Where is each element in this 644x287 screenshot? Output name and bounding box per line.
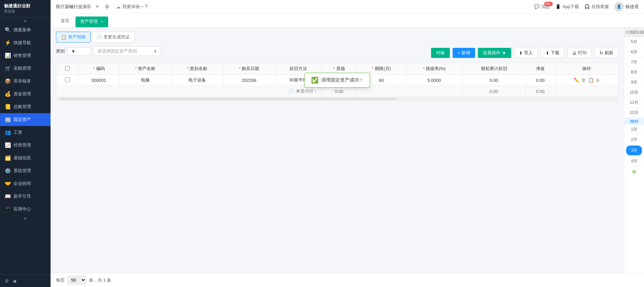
sidebar-item-purchase[interactable]: 🛒 采购管理 xyxy=(0,62,51,75)
col-category-label: 类别名称 xyxy=(187,66,208,71)
header-settings-icon[interactable]: ⚙ xyxy=(105,4,109,10)
edit-icon[interactable]: ✏️ xyxy=(574,77,579,83)
success-toast: ✅ 清理固定资产成功！ xyxy=(305,73,370,88)
horizontal-scrollbar[interactable] xyxy=(56,97,618,101)
app-download-action[interactable]: 📱 App下载 xyxy=(555,4,579,10)
new-label: + 新增 xyxy=(458,50,470,56)
username-label: 畅捷通 xyxy=(625,4,639,10)
table-container: 编码 资产名称 类别名称 购买日期 折旧方法 原值 期限(月) 残值率(%) 期… xyxy=(56,63,618,97)
calendar-month-4[interactable]: 4月 xyxy=(624,156,644,166)
import-button[interactable]: ⬆ 导入 xyxy=(514,48,538,58)
calendar-month-2[interactable]: 2月 xyxy=(624,135,644,145)
sidebar-item-fixed-assets[interactable]: 🏢 固定资产 xyxy=(0,113,51,126)
sidebar-item-ledger[interactable]: 📒 总账管理 xyxy=(0,100,51,113)
per-page-label: 每页 xyxy=(56,277,65,283)
sidebar-item-operations[interactable]: 📈 经营管理 xyxy=(0,139,51,152)
ledger-icon: 📒 xyxy=(5,104,11,110)
calendar-down-arrow[interactable]: ⊕ xyxy=(624,166,644,177)
online-service-action[interactable]: 🎧 在线客服 xyxy=(584,4,609,10)
sub-tab-asset-detail-label: 资产明细 xyxy=(68,34,86,40)
per-page-select[interactable]: 50 100 200 xyxy=(67,276,86,284)
sidebar-item-enterprise[interactable]: 🤝 企业协同 xyxy=(0,177,51,190)
calendar-month-11[interactable]: 11月 xyxy=(624,98,644,108)
calendar-month-12[interactable]: 12月 xyxy=(624,108,644,118)
calendar-month-10[interactable]: 10月 xyxy=(624,88,644,98)
header-right: 💬 消息 99+ 📱 App下载 🎧 在线客服 👤 畅捷通 xyxy=(534,2,639,11)
sidebar-label-basic-info: 基础信息 xyxy=(13,155,31,161)
refresh-button[interactable]: ↻ 刷新 xyxy=(594,48,618,58)
sidebar-item-search[interactable]: 🔍 搜索菜单 xyxy=(0,24,51,36)
sidebar-item-capital[interactable]: 💰 资金管理 xyxy=(0,88,51,100)
sidebar-item-app-center[interactable]: 📱 应用中心 xyxy=(0,203,51,216)
batch-button[interactable]: 批量操作 ▼ xyxy=(478,48,511,58)
tab-home[interactable]: 首页 xyxy=(56,15,74,27)
sidebar-item-inventory[interactable]: 📦 库存核算 xyxy=(0,75,51,88)
filter-row: 类别 ▼ 请选择固定资产类别 ▼ xyxy=(56,46,161,56)
collapse-icon[interactable]: ◀ xyxy=(12,278,16,284)
reconcile-label: 对账 xyxy=(436,50,445,56)
sidebar-label-guide: 新手引导 xyxy=(13,193,31,199)
category-select-display[interactable]: ▼ xyxy=(67,47,91,56)
sidebar-scroll-down[interactable]: ▼ xyxy=(0,216,51,222)
calendar-scroll-down-icon: ⊕ xyxy=(632,169,636,174)
company-dropdown-icon[interactable]: ▼ xyxy=(95,4,99,9)
subtotal-label: 本页小计： xyxy=(296,89,318,94)
col-original-value-label: 原值 xyxy=(333,66,345,71)
row-category: 电子设备 xyxy=(171,75,223,86)
new-button[interactable]: + 新增 xyxy=(453,48,475,58)
right-panel-close-icon[interactable]: ✕ xyxy=(625,30,629,35)
sidebar-item-quick-nav[interactable]: ⚡ 快捷导航 xyxy=(0,36,51,49)
calendar-month-8[interactable]: 8月 xyxy=(624,67,644,77)
calendar-month-1[interactable]: 1月 xyxy=(624,125,644,135)
action-icons: ✏️ 🗑 📋 ⊕ xyxy=(559,77,615,83)
capital-icon: 💰 xyxy=(5,91,11,97)
sidebar-item-basic-info[interactable]: 🗂️ 基础信息 xyxy=(0,152,51,164)
sub-tab-change-voucher[interactable]: 📄 变更生成凭证 xyxy=(91,32,135,42)
more-icon[interactable]: ⊕ xyxy=(596,77,600,83)
sidebar-item-guide[interactable]: 📖 新手引导 xyxy=(0,190,51,203)
sidebar-item-sales[interactable]: 📊 销售管理 xyxy=(0,49,51,62)
message-action[interactable]: 💬 消息 99+ xyxy=(534,4,550,10)
user-avatar: 👤 xyxy=(614,2,624,11)
calendar-month-9[interactable]: 9月 xyxy=(624,77,644,88)
content-area: 📋 资产明细 📄 变更生成凭证 类别 ▼ 请选择固定资产类别 xyxy=(51,28,644,273)
row-initial-accumulated: 0.00 xyxy=(462,75,525,86)
right-panel: ✕ 2023.03 ⤢ 5月 6月 7月 8月 9月 10月 11月 12月 2… xyxy=(624,28,644,273)
batch-label: 批量操作 xyxy=(483,50,500,56)
download-button[interactable]: ⬇ 下载 xyxy=(541,48,564,58)
calendar-month-7[interactable]: 7月 xyxy=(624,57,644,67)
sidebar-label-inventory: 库存核算 xyxy=(13,78,31,84)
reconcile-button[interactable]: 对账 xyxy=(431,48,450,58)
print-button[interactable]: 🖨 打印 xyxy=(567,48,592,58)
sidebar: 畅捷通好业财 普及版 ▲ 🔍 搜索菜单 ⚡ 快捷导航 📊 销售管理 🛒 采购管理… xyxy=(0,0,51,287)
row-name: 电脑 xyxy=(119,75,171,86)
delete-icon[interactable]: 🗑 xyxy=(581,77,586,83)
tab-close-icon[interactable]: × xyxy=(101,19,103,24)
category-select-wide[interactable]: 请选择固定资产类别 ▼ xyxy=(94,46,161,56)
row-checkbox[interactable] xyxy=(65,77,70,82)
download-icon: ⬇ xyxy=(546,51,549,56)
calendar-month-3-current[interactable]: 3月 xyxy=(626,146,642,156)
row-checkbox-cell xyxy=(56,75,79,86)
app-title: 畅捷通好业财 xyxy=(4,3,47,9)
subtotal-net: 0.00 xyxy=(525,86,555,97)
settings-gear-icon[interactable]: ⚙ xyxy=(5,278,9,284)
calendar-month-5[interactable]: 5月 xyxy=(624,37,644,47)
sidebar-scroll-up[interactable]: ▲ xyxy=(0,18,51,24)
col-residual-rate-label: 残值率(%) xyxy=(423,66,446,71)
row-residual-rate: 5.0000 xyxy=(406,75,463,86)
user-profile[interactable]: 👤 畅捷通 xyxy=(614,2,639,11)
tab-asset-mgmt[interactable]: 资产管理 × xyxy=(75,17,108,27)
calendar-month-6[interactable]: 6月 xyxy=(624,47,644,57)
pagination-bar: 每页 50 100 200 条，共 1 条 xyxy=(51,273,644,287)
copy-icon[interactable]: 📋 xyxy=(588,77,594,83)
col-category: 类别名称 xyxy=(171,63,223,75)
toolbar-right: 对账 + 新增 批量操作 ▼ ⬆ 导入 ⬇ 下载 xyxy=(431,48,618,58)
import-label: 导入 xyxy=(524,50,533,56)
sub-tab-asset-detail[interactable]: 📋 资产明细 xyxy=(56,32,91,42)
select-all-checkbox[interactable] xyxy=(65,66,70,71)
total-label: 条，共 1 条 xyxy=(89,277,111,283)
sidebar-item-system[interactable]: ⚙️ 系统管理 xyxy=(0,164,51,177)
experience-button[interactable]: ☁ 我要体验一下 xyxy=(116,4,149,10)
sidebar-item-payroll[interactable]: 👥 工资 xyxy=(0,126,51,139)
